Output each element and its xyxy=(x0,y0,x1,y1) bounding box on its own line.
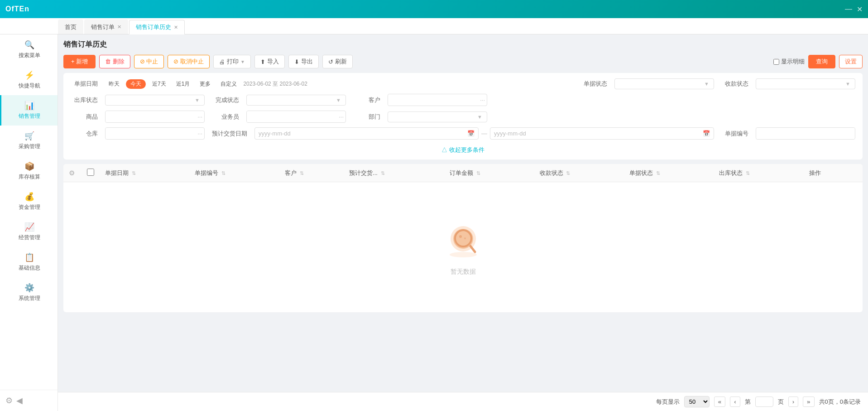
col-delivery-date-sort-icon: ⇅ xyxy=(381,170,385,176)
sidebar-item-basic-info-label: 基础信息 xyxy=(19,264,40,272)
out-status-select[interactable]: ▼ xyxy=(105,95,205,106)
sidebar-item-operations-mgmt[interactable]: 📈 经营管理 xyxy=(0,217,58,247)
salesperson-input[interactable] xyxy=(247,111,337,122)
date-1month[interactable]: 近1月 xyxy=(173,79,194,89)
col-operation: 操作 xyxy=(804,164,863,182)
sidebar-settings-icon[interactable]: ⚙ xyxy=(5,396,13,406)
col-receipt-status-sort-icon: ⇅ xyxy=(566,170,570,176)
col-doc-number[interactable]: 单据编号 ⇅ xyxy=(189,164,279,182)
table-gear-icon[interactable]: ⚙ xyxy=(69,169,75,177)
complete-status-select[interactable]: ▼ xyxy=(246,95,346,106)
display-detail-checkbox[interactable] xyxy=(773,59,779,65)
tab-home[interactable]: 首页 xyxy=(58,19,83,34)
sidebar-item-search-menu[interactable]: 🔍 搜索菜单 xyxy=(0,34,58,65)
next-page-btn[interactable]: › xyxy=(788,396,798,407)
page-title: 销售订单历史 xyxy=(63,40,863,49)
svg-point-6 xyxy=(464,237,466,239)
sidebar-item-quick-nav[interactable]: ⚡ 快捷导航 xyxy=(0,65,58,95)
warehouse-input[interactable] xyxy=(106,128,196,139)
product-dots-icon[interactable]: ··· xyxy=(196,113,204,120)
sidebar-item-capital-mgmt[interactable]: 💰 资金管理 xyxy=(0,186,58,217)
stop-button[interactable]: ⊘ 中止 xyxy=(134,55,164,68)
import-button[interactable]: ⬆ 导入 xyxy=(254,55,285,68)
col-order-amount-sort-icon: ⇅ xyxy=(476,170,480,176)
product-input[interactable] xyxy=(106,111,196,122)
customer-dots-icon[interactable]: ··· xyxy=(478,97,487,103)
tab-sales-order-history-close[interactable]: ✕ xyxy=(174,24,178,30)
refresh-icon: ↺ xyxy=(328,58,333,65)
window-min-btn[interactable]: — xyxy=(845,5,852,13)
sidebar-item-sales-mgmt[interactable]: 📊 销售管理 xyxy=(0,95,58,126)
sidebar-item-basic-info[interactable]: 📋 基础信息 xyxy=(0,247,58,277)
col-delivery-date[interactable]: 预计交货... ⇅ xyxy=(344,164,444,182)
receipt-status-select[interactable]: ▼ xyxy=(756,78,855,89)
salesperson-label: 业务员 xyxy=(212,113,239,121)
prev-page-btn[interactable]: ‹ xyxy=(730,396,740,407)
doc-status-select[interactable]: ▼ xyxy=(614,78,714,89)
delete-button[interactable]: 🗑 删除 xyxy=(99,55,130,68)
filter-collapse[interactable]: △ 收起更多条件 xyxy=(71,144,855,154)
settings-button[interactable]: 设置 xyxy=(839,55,863,68)
display-detail-checkbox-label: 显示明细 xyxy=(773,58,805,66)
col-receipt-status[interactable]: 收款状态 ⇅ xyxy=(534,164,624,182)
date-7days[interactable]: 近7天 xyxy=(149,79,170,89)
sidebar-item-purchase-mgmt[interactable]: 🛒 采购管理 xyxy=(0,126,58,156)
sidebar-collapse-icon[interactable]: ◀ xyxy=(16,396,23,406)
sidebar-item-capital-mgmt-label: 资金管理 xyxy=(19,203,40,211)
first-page-btn[interactable]: « xyxy=(714,396,725,407)
page-size-select[interactable]: 50 10 20 100 xyxy=(684,396,710,407)
tab-sales-order[interactable]: 销售订单 ✕ xyxy=(84,19,128,34)
import-icon: ⬆ xyxy=(260,58,265,65)
warehouse-dots-icon[interactable]: ··· xyxy=(196,130,204,137)
sidebar-item-system-mgmt[interactable]: ⚙️ 系统管理 xyxy=(0,277,58,308)
last-page-btn[interactable]: » xyxy=(803,396,814,407)
delivery-date-to[interactable]: yyyy-mm-dd 📅 xyxy=(490,127,714,140)
operations-mgmt-icon: 📈 xyxy=(24,222,34,232)
print-dropdown-icon[interactable]: ▼ xyxy=(240,59,245,64)
current-page-input[interactable]: 1 xyxy=(755,396,773,407)
new-button[interactable]: + 新增 xyxy=(63,55,96,68)
out-status-label: 出库状态 xyxy=(71,96,98,104)
table-body: 暂无数据 xyxy=(63,182,863,313)
date-more[interactable]: 更多 xyxy=(196,79,214,89)
filter-panel: 单据日期 昨天 今天 近7天 近1月 更多 自定义 2023-06-02 xyxy=(63,73,863,160)
date-yesterday[interactable]: 昨天 xyxy=(105,79,123,89)
product-label: 商品 xyxy=(71,113,98,121)
date-today[interactable]: 今天 xyxy=(126,79,146,89)
col-doc-status[interactable]: 单据状态 ⇅ xyxy=(624,164,714,182)
complete-status-arrow-icon: ▼ xyxy=(336,97,341,103)
table-wrapper: ⚙ 单据日期 ⇅ 单据编号 ⇅ xyxy=(63,164,863,312)
salesperson-dots-icon[interactable]: ··· xyxy=(337,113,345,120)
department-arrow-icon: ▼ xyxy=(477,114,482,120)
basic-info-icon: 📋 xyxy=(24,252,34,262)
refresh-button[interactable]: ↺ 刷新 xyxy=(322,55,353,68)
page-prefix: 第 xyxy=(745,398,751,406)
tab-sales-order-close[interactable]: ✕ xyxy=(117,24,121,30)
date-options: 昨天 今天 近7天 近1月 更多 自定义 xyxy=(105,79,240,89)
query-button[interactable]: 查询 xyxy=(808,55,835,68)
select-all-checkbox[interactable] xyxy=(87,169,94,176)
col-doc-date[interactable]: 单据日期 ⇅ xyxy=(100,164,189,182)
sidebar-item-inventory-check[interactable]: 📦 库存核算 xyxy=(0,156,58,186)
delivery-date-from[interactable]: yyyy-mm-dd 📅 xyxy=(254,127,479,140)
tab-sales-order-history[interactable]: 销售订单历史 ✕ xyxy=(129,20,185,34)
department-select[interactable]: ▼ xyxy=(388,111,487,122)
purchase-mgmt-icon: 🛒 xyxy=(24,131,34,141)
export-button[interactable]: ⬇ 导出 xyxy=(288,55,319,68)
empty-text: 暂无数据 xyxy=(451,268,476,276)
page-suffix: 页 xyxy=(778,398,784,406)
sidebar: 🔍 搜索菜单 ⚡ 快捷导航 📊 销售管理 🛒 采购管理 📦 库存核算 💰 资金管… xyxy=(0,34,58,411)
col-settings[interactable]: ⚙ xyxy=(63,164,82,182)
col-order-amount[interactable]: 订单金额 ⇅ xyxy=(444,164,534,182)
col-customer-sort-icon: ⇅ xyxy=(300,170,304,176)
col-out-status[interactable]: 出库状态 ⇅ xyxy=(714,164,803,182)
content-area: 销售订单历史 + 新增 🗑 删除 ⊘ 中止 ⊘ 取消中止 🖨 🖨 打印 打印 ▼… xyxy=(58,34,868,411)
print-button[interactable]: 🖨 🖨 打印 打印 ▼ xyxy=(213,55,251,68)
date-custom[interactable]: 自定义 xyxy=(217,79,240,89)
col-customer[interactable]: 客户 ⇅ xyxy=(279,164,344,182)
window-close-btn[interactable]: ✕ xyxy=(857,5,863,14)
customer-input[interactable] xyxy=(388,94,478,106)
doc-number-input[interactable] xyxy=(756,128,855,139)
tab-home-label: 首页 xyxy=(65,23,77,31)
cancel-stop-button[interactable]: ⊘ 取消中止 xyxy=(168,55,210,68)
